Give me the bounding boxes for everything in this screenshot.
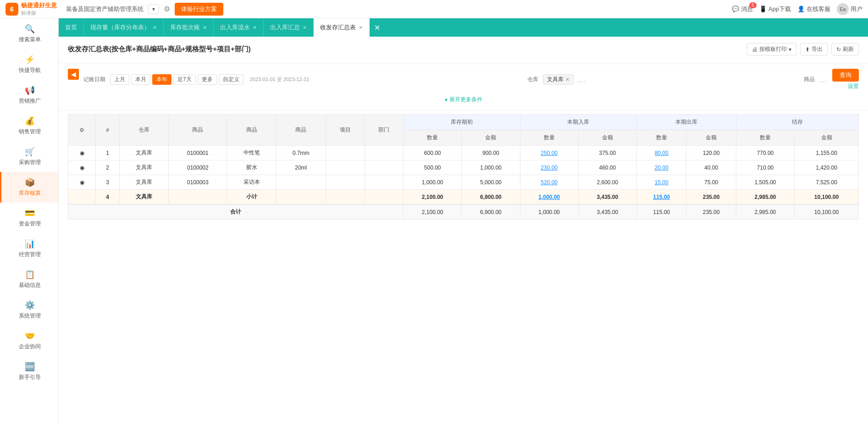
- th-group-out: 本期出库: [636, 115, 736, 130]
- tab-bar: 首页 现存量（库存分布表） ✕ 库存批次账 ✕ 出入库流水 ✕ 出入库汇总 ✕ …: [59, 18, 868, 37]
- sidebar-item-guide[interactable]: 🆕 新手引导: [0, 356, 58, 387]
- settings-link[interactable]: 设置: [848, 82, 859, 90]
- quicknav-icon: ⚡: [25, 55, 35, 65]
- row-closing-qty: 1,505.00: [736, 175, 794, 190]
- tab-inout-summary[interactable]: 出入库汇总 ✕: [264, 18, 314, 37]
- row-in-amt: 3,435.00: [578, 190, 636, 205]
- app-download-item[interactable]: 📱 App下载: [759, 5, 791, 13]
- footer-in-amt: 3,435.00: [578, 204, 636, 220]
- row-out-qty[interactable]: 115.00: [636, 190, 686, 205]
- date-quick-btns: 上月 本月 本年 近7天 更多 自定义: [110, 74, 243, 85]
- online-service-label: 在线客服: [807, 5, 830, 13]
- tab-inout-summary-close[interactable]: ✕: [303, 25, 307, 31]
- sidebar-item-operation[interactable]: 📊 经营管理: [0, 233, 58, 264]
- tab-batch[interactable]: 库存批次账 ✕: [164, 18, 214, 37]
- tab-home[interactable]: 首页: [59, 18, 84, 37]
- tab-inventory-dist[interactable]: 现存量（库存分布表） ✕: [84, 18, 164, 37]
- footer-opening-qty: 2,100.00: [404, 204, 462, 220]
- export-button[interactable]: ⬆ 导出: [800, 43, 828, 55]
- row-settings: [68, 190, 96, 205]
- sidebar-item-purchase[interactable]: 🛒 采购管理: [0, 141, 58, 172]
- date-btn-this-year[interactable]: 本年: [152, 74, 171, 85]
- sidebar-item-marketing[interactable]: 📢 营销推广: [0, 80, 58, 110]
- row-out-qty[interactable]: 80.00: [636, 146, 686, 160]
- message-item[interactable]: 💬 消息 6: [732, 5, 753, 13]
- date-btn-more[interactable]: 更多: [198, 74, 217, 85]
- row-goods-code: 0100001: [169, 146, 227, 160]
- table-row: ◉2文具库0100002胶水20ml500.001,000.00230.0046…: [68, 160, 859, 175]
- sidebar-item-system[interactable]: ⚙️ 系统管理: [0, 295, 58, 325]
- table-row: 4文具库小计2,100.006,900.001,000.003,435.0011…: [68, 190, 859, 205]
- row-in-qty[interactable]: 230.00: [520, 160, 578, 175]
- row-closing-qty: 710.00: [736, 160, 794, 175]
- sidebar-item-inventory[interactable]: 📦 库存核算: [0, 172, 58, 203]
- sidebar-item-search[interactable]: 🔍 搜索菜单: [0, 18, 58, 49]
- finance-icon: 💳: [25, 208, 35, 218]
- sidebar-item-quicknav[interactable]: ⚡ 快捷导航: [0, 49, 58, 80]
- page-header-actions: 🖨 按模板打印 ▾ ⬆ 导出 ↻ 刷新: [747, 43, 859, 55]
- row-out-qty[interactable]: 20.00: [636, 160, 686, 175]
- th-in-amt: 金额: [578, 130, 636, 146]
- tab-collect-summary-close[interactable]: ✕: [359, 25, 363, 31]
- row-warehouse: 文具库: [120, 175, 169, 190]
- date-btn-7days[interactable]: 近7天: [173, 74, 196, 85]
- row-opening-qty: 600.00: [404, 146, 462, 160]
- user-item[interactable]: Ea 用户: [837, 3, 862, 15]
- sidebar-item-collab[interactable]: 🤝 企业协同: [0, 325, 58, 356]
- footer-label: 合计: [68, 204, 404, 220]
- date-btn-last-month[interactable]: 上月: [110, 74, 129, 85]
- experience-button[interactable]: 体验行业方案: [175, 3, 223, 16]
- print-button[interactable]: 🖨 按模板打印 ▾: [747, 43, 796, 55]
- data-table: ⚙ # 仓库 商品 商品 商品 项目 部门 库存期初 本期入库 本期出库 结存: [68, 114, 859, 220]
- row-project: [326, 146, 365, 160]
- refresh-button[interactable]: ↻ 刷新: [831, 43, 859, 55]
- row-closing-qty: 2,985.00: [736, 190, 794, 205]
- tab-batch-close[interactable]: ✕: [203, 25, 207, 31]
- row-goods-name: 小计: [227, 190, 276, 205]
- filter-toggle-button[interactable]: ◀: [68, 69, 79, 80]
- online-service-item[interactable]: 👤 在线客服: [797, 5, 830, 13]
- row-in-qty[interactable]: 250.00: [520, 146, 578, 160]
- system-dropdown-button[interactable]: ▾: [148, 4, 159, 14]
- date-btn-this-month[interactable]: 本月: [131, 74, 150, 85]
- th-closing-amt: 金额: [795, 130, 859, 146]
- tab-inout-flow[interactable]: 出入库流水 ✕: [214, 18, 264, 37]
- row-goods-name: 采访本: [227, 175, 276, 190]
- tab-collect-summary-label: 收发存汇总表: [320, 23, 356, 32]
- tab-home-label: 首页: [65, 23, 77, 32]
- user-avatar: Ea: [837, 3, 849, 15]
- th-settings[interactable]: ⚙: [68, 115, 96, 146]
- logo-icon: 6: [6, 3, 18, 16]
- row-closing-amt: 7,525.00: [795, 175, 859, 190]
- table-wrapper: ⚙ # 仓库 商品 商品 商品 项目 部门 库存期初 本期入库 本期出库 结存: [59, 114, 868, 220]
- footer-out-amt: 235.00: [686, 204, 736, 220]
- sidebar-item-sales[interactable]: 💰 销售管理: [0, 110, 58, 141]
- sidebar-item-finance[interactable]: 💳 资金管理: [0, 203, 58, 233]
- th-opening-qty: 数量: [404, 130, 462, 146]
- tab-inout-flow-close[interactable]: ✕: [253, 25, 257, 31]
- sidebar-item-basic[interactable]: 📋 基础信息: [0, 264, 58, 295]
- date-btn-custom[interactable]: 自定义: [219, 74, 243, 85]
- row-in-qty[interactable]: 1,000.00: [520, 190, 578, 205]
- row-out-qty[interactable]: 15.00: [636, 175, 686, 190]
- row-opening-qty: 2,100.00: [404, 190, 462, 205]
- tab-bar-close-button[interactable]: ✕: [370, 18, 385, 37]
- row-in-qty[interactable]: 520.00: [520, 175, 578, 190]
- expand-conditions-button[interactable]: ▾ 展开更多条件: [445, 96, 482, 104]
- row-closing-amt: 1,420.00: [795, 160, 859, 175]
- goods-more-dots[interactable]: ...: [819, 76, 828, 83]
- tab-inventory-dist-close[interactable]: ✕: [153, 25, 157, 31]
- warehouse-more-dots[interactable]: ...: [578, 76, 586, 83]
- row-in-amt: 375.00: [578, 146, 636, 160]
- th-out-qty: 数量: [636, 130, 686, 146]
- row-goods-spec: 20ml: [276, 160, 326, 175]
- row-no: 3: [96, 175, 120, 190]
- row-project: [326, 190, 365, 205]
- settings-gear-icon[interactable]: ⚙: [164, 5, 170, 13]
- warehouse-tag-remove[interactable]: ✕: [565, 77, 569, 82]
- sidebar-label-quicknav: 快捷导航: [19, 66, 41, 74]
- export-label: 导出: [812, 45, 823, 53]
- row-warehouse: 文具库: [120, 146, 169, 160]
- query-button[interactable]: 查询: [832, 69, 859, 82]
- tab-collect-summary[interactable]: 收发存汇总表 ✕: [314, 18, 370, 37]
